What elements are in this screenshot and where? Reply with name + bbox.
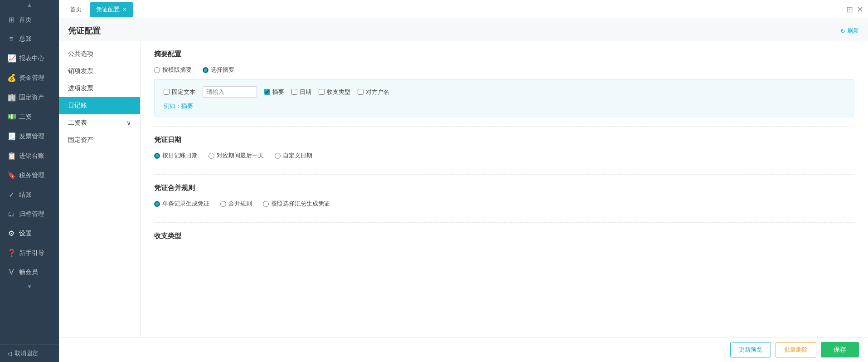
sidebar-item-home[interactable]: ⊞ 首页 — [0, 10, 59, 29]
checkbox-date[interactable] — [291, 89, 297, 95]
income-type-title: 收支类型 — [154, 232, 854, 240]
body-layout: 公共选项 销项发票 进项发票 日记账 工资表 ∨ 固定资产 摘要配置 — [59, 41, 868, 337]
radio-aggregate[interactable]: 按照选择汇总生成凭证 — [263, 200, 330, 208]
radio-aggregate-input[interactable] — [263, 201, 269, 207]
left-nav-purchase-invoice[interactable]: 进项发票 — [59, 80, 140, 97]
radio-journal-date-input[interactable] — [154, 153, 160, 159]
merge-rules-radio-group: 单条记录生成凭证 合并规则 按照选择汇总生成凭证 — [154, 200, 854, 208]
close-window-icon[interactable]: ✕ — [857, 5, 863, 15]
radio-single-record-input[interactable] — [154, 201, 160, 207]
ledger-icon: ≡ — [7, 35, 15, 43]
refresh-icon: ↻ — [840, 28, 845, 34]
funds-icon: 💰 — [7, 73, 15, 82]
invoice-icon: 🧾 — [7, 132, 15, 141]
sidebar-item-salary[interactable]: 💵 工资 — [0, 107, 59, 127]
left-nav-journal[interactable]: 日记账 — [59, 97, 140, 114]
left-nav: 公共选项 销项发票 进项发票 日记账 工资表 ∨ 固定资产 — [59, 41, 141, 337]
settings-icon: ⚙ — [7, 229, 15, 238]
checkbox-income-type[interactable] — [319, 89, 325, 95]
main-area: 首页 凭证配置 ✕ ⊡ ✕ 凭证配置 ↻ 刷新 公共选项 销项发票 进 — [59, 0, 868, 362]
sidebar-item-checkout[interactable]: ✓ 结账 — [0, 185, 59, 205]
sidebar-item-settings[interactable]: ⚙ 设置 — [0, 224, 59, 243]
checkbox-income-type-label[interactable]: 收支类型 — [319, 88, 350, 96]
radio-select-summary[interactable]: 选择摘要 — [203, 66, 234, 74]
checkbox-summary[interactable] — [264, 89, 270, 95]
sidebar-item-ledger[interactable]: ≡ 总账 — [0, 29, 59, 49]
sidebar-item-assets[interactable]: 🏢 固定资产 — [0, 88, 59, 107]
checkbox-counterparty-label[interactable]: 对方户名 — [358, 88, 389, 96]
income-type-section: 收支类型 — [154, 232, 854, 257]
sidebar-scroll-up[interactable]: ▲ — [0, 0, 59, 10]
checkbox-date-label[interactable]: 日期 — [291, 88, 311, 96]
checkout-icon: ✓ — [7, 191, 15, 199]
summary-config-title: 摘要配置 — [154, 50, 854, 59]
sidebar-scroll-down[interactable]: ▼ — [0, 282, 59, 292]
sidebar-item-guide[interactable]: ❓ 新手引导 — [0, 243, 59, 263]
voucher-date-radio-group: 按日记账日期 对应期间最后一天 自定义日期 — [154, 152, 854, 160]
checkbox-summary-label[interactable]: 摘要 — [264, 88, 284, 96]
assets-icon: 🏢 — [7, 93, 15, 102]
cancel-pin-button[interactable]: ◁ 取消固定 — [0, 344, 59, 362]
radio-select-summary-input[interactable] — [203, 67, 209, 73]
tab-bar-right-controls: ⊡ ✕ — [846, 5, 863, 15]
tax-icon: 🔖 — [7, 171, 15, 180]
sidebar-item-reports[interactable]: 📈 报表中心 — [0, 49, 59, 68]
left-nav-fixed-assets[interactable]: 固定资产 — [59, 132, 140, 149]
voucher-date-title: 凭证日期 — [154, 136, 854, 144]
radio-custom-date-input[interactable] — [275, 153, 281, 159]
sidebar-item-purchase-sales[interactable]: 📋 进销台账 — [0, 146, 59, 166]
update-preview-button[interactable]: 更新预览 — [730, 342, 771, 357]
fixed-text-input[interactable] — [203, 86, 257, 98]
radio-custom-date[interactable]: 自定义日期 — [275, 152, 312, 160]
sidebar: ▲ ⊞ 首页 ≡ 总账 📈 报表中心 💰 资金管理 🏢 固定资产 💵 工资 🧾 … — [0, 0, 59, 362]
refresh-button[interactable]: ↻ 刷新 — [840, 27, 859, 35]
right-content: 摘要配置 按模版摘要 选择摘要 固定文本 — [141, 41, 868, 337]
member-icon: V — [7, 268, 15, 276]
radio-template-summary-input[interactable] — [154, 67, 160, 73]
save-button[interactable]: 保存 — [821, 342, 859, 357]
radio-journal-date[interactable]: 按日记账日期 — [154, 152, 198, 160]
summary-radio-group: 按模版摘要 选择摘要 — [154, 66, 854, 74]
sidebar-item-member[interactable]: V 畅会员 — [0, 263, 59, 282]
tab-bar: 首页 凭证配置 ✕ ⊡ ✕ — [59, 0, 868, 19]
archive-icon: 🗂 — [7, 210, 15, 218]
salary-icon: 💵 — [7, 113, 15, 121]
sidebar-item-invoice[interactable]: 🧾 发票管理 — [0, 127, 59, 146]
sidebar-item-funds[interactable]: 💰 资金管理 — [0, 68, 59, 88]
sidebar-item-archive[interactable]: 🗂 归档管理 — [0, 205, 59, 224]
radio-merge-rule-input[interactable] — [220, 201, 226, 207]
checkbox-fixed-text-label[interactable]: 固定文本 — [164, 88, 195, 96]
summary-config-section: 摘要配置 按模版摘要 选择摘要 固定文本 — [154, 50, 854, 127]
page-title: 凭证配置 — [68, 25, 101, 36]
merge-rules-section: 凭证合并规则 单条记录生成凭证 合并规则 按照选择汇总生成凭证 — [154, 184, 854, 223]
merge-rules-title: 凭证合并规则 — [154, 184, 854, 192]
summary-options-box: 固定文本 摘要 日期 收支类型 — [154, 79, 854, 117]
reports-icon: 📈 — [7, 54, 15, 63]
sidebar-item-tax[interactable]: 🔖 税务管理 — [0, 166, 59, 185]
guide-icon: ❓ — [7, 249, 15, 257]
batch-delete-button[interactable]: 批量删除 — [776, 342, 816, 357]
left-nav-sales-invoice[interactable]: 销项发票 — [59, 63, 140, 80]
tab-voucher-config[interactable]: 凭证配置 ✕ — [90, 2, 133, 17]
page-header: 凭证配置 ↻ 刷新 — [59, 19, 868, 41]
tab-home[interactable]: 首页 — [63, 2, 88, 17]
radio-period-last-day[interactable]: 对应期间最后一天 — [209, 152, 264, 160]
purchase-sales-icon: 📋 — [7, 152, 15, 160]
radio-merge-rule[interactable]: 合并规则 — [220, 200, 252, 208]
home-icon: ⊞ — [7, 15, 15, 24]
bottom-bar: 更新预览 批量删除 保存 — [59, 337, 868, 362]
pin-icon: ◁ — [7, 350, 12, 357]
chevron-down-icon: ∨ — [126, 119, 131, 127]
left-nav-public-options[interactable]: 公共选项 — [59, 45, 140, 63]
radio-template-summary[interactable]: 按模版摘要 — [154, 66, 192, 74]
left-nav-payroll[interactable]: 工资表 ∨ — [59, 114, 140, 132]
summary-checkboxes: 固定文本 摘要 日期 收支类型 — [164, 86, 845, 98]
checkbox-counterparty[interactable] — [358, 89, 364, 95]
checkbox-fixed-text[interactable] — [164, 89, 170, 95]
restore-window-icon[interactable]: ⊡ — [846, 5, 853, 15]
radio-single-record[interactable]: 单条记录生成凭证 — [154, 200, 209, 208]
voucher-date-section: 凭证日期 按日记账日期 对应期间最后一天 自定义日期 — [154, 136, 854, 175]
summary-example-text: 例如：摘要 — [164, 102, 845, 110]
close-tab-icon[interactable]: ✕ — [122, 6, 127, 13]
radio-period-last-day-input[interactable] — [209, 153, 214, 159]
